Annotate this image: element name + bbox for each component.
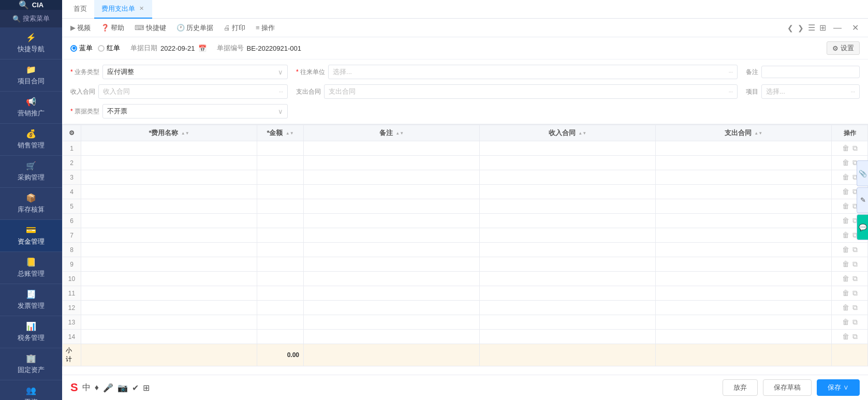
copy-icon[interactable]: ⧉ [852,274,858,283]
sidebar-item-purchase[interactable]: 🛒 采购管理 [0,156,62,188]
income-contract-cell[interactable] [480,156,656,170]
shortcut-btn[interactable]: ⌨ 快捷键 [133,22,168,34]
float-tab-message[interactable]: 💬 [857,214,868,240]
tab-home[interactable]: 首页 [66,0,94,19]
amount-cell[interactable] [257,243,304,257]
copy-icon[interactable]: ⧉ [852,332,858,341]
invoice-type-input[interactable]: 不开票 ∨ [102,104,288,118]
remark-cell[interactable] [304,199,480,214]
view-grid-btn[interactable]: ⊞ [819,23,826,33]
operations-btn[interactable]: ≡ 操作 [254,22,277,34]
nav-prev-btn[interactable]: ❮ [787,24,793,32]
amount-cell[interactable] [257,257,304,272]
delete-icon[interactable]: 🗑 [842,245,849,254]
remark-cell[interactable] [304,286,480,301]
copy-icon[interactable]: ⧉ [852,144,858,153]
remark-input[interactable] [761,66,860,78]
delete-icon[interactable]: 🗑 [842,274,849,283]
save-draft-button[interactable]: 保存草稿 [763,379,812,396]
income-contract-cell[interactable] [480,170,656,185]
history-btn[interactable]: 🕐 历史单据 [174,22,215,34]
sidebar-item-fixed-assets[interactable]: 🏢 固定资产 [0,348,62,380]
income-contract-input[interactable]: 收入合同 ··· [98,84,288,99]
delete-icon[interactable]: 🗑 [842,202,849,211]
discard-button[interactable]: 放弃 [723,379,758,396]
income-contract-cell[interactable] [480,315,656,330]
income-contract-cell[interactable] [480,330,656,344]
view-list-btn[interactable]: ☰ [808,23,815,33]
expense-name-cell[interactable] [81,199,257,214]
expense-name-cell[interactable] [81,286,257,301]
copy-icon[interactable]: ⧉ [852,245,858,254]
project-input[interactable]: 选择... ··· [761,84,860,99]
delete-icon[interactable]: 🗑 [842,231,849,240]
income-contract-cell[interactable] [480,301,656,315]
save-button[interactable]: 保存 ∨ [817,379,860,396]
expense-contract-cell[interactable] [656,141,832,156]
income-contract-cell[interactable] [480,286,656,301]
expense-contract-cell[interactable] [656,156,832,170]
delete-icon[interactable]: 🗑 [842,144,849,153]
partner-input[interactable]: 选择... ··· [328,65,738,79]
income-contract-cell[interactable] [480,228,656,243]
sidebar-search[interactable]: 🔍 搜索菜单 [0,10,62,27]
sidebar-item-invoice[interactable]: 🧾 发票管理 [0,284,62,316]
th-gear[interactable]: ⚙ [63,125,81,141]
remark-cell[interactable] [304,243,480,257]
red-bill-radio[interactable]: 红单 [98,43,120,53]
expense-name-cell[interactable] [81,315,257,330]
sidebar-item-fund[interactable]: 💳 资金管理 [0,220,62,252]
expense-name-cell[interactable] [81,141,257,156]
amount-cell[interactable] [257,228,304,243]
remark-cell[interactable] [304,330,480,344]
delete-icon[interactable]: 🗑 [842,260,849,269]
copy-icon[interactable]: ⧉ [852,303,858,312]
number-value[interactable]: BE-20220921-001 [247,45,302,52]
remark-cell[interactable] [304,185,480,199]
sidebar-item-tax[interactable]: 📊 税务管理 [0,316,62,348]
expense-name-cell[interactable] [81,257,257,272]
expense-name-cell[interactable] [81,272,257,286]
sidebar-item-payroll[interactable]: 👥 工资 [0,380,62,400]
delete-icon[interactable]: 🗑 [842,216,849,225]
expense-contract-cell[interactable] [656,272,832,286]
sort-arrows-expense[interactable]: ▲▼ [181,131,189,136]
copy-icon[interactable]: ⧉ [852,260,858,269]
sidebar-item-sales[interactable]: 💰 销售管理 [0,124,62,156]
tab-expense[interactable]: 费用支出单 ✕ [94,0,152,19]
expense-contract-cell[interactable] [656,214,832,228]
expense-contract-cell[interactable] [656,170,832,185]
sort-arrows-income[interactable]: ▲▼ [578,131,586,136]
sidebar-item-inventory[interactable]: 📦 库存核算 [0,188,62,220]
amount-cell[interactable] [257,272,304,286]
expense-contract-cell[interactable] [656,286,832,301]
remark-cell[interactable] [304,272,480,286]
expense-contract-cell[interactable] [656,301,832,315]
amount-cell[interactable] [257,286,304,301]
income-contract-cell[interactable] [480,141,656,156]
expense-contract-cell[interactable] [656,330,832,344]
expense-contract-cell[interactable] [656,185,832,199]
expense-name-cell[interactable] [81,156,257,170]
delete-icon[interactable]: 🗑 [842,318,849,327]
expense-contract-input[interactable]: 支出合同 ··· [324,84,738,99]
sidebar-item-quick-nav[interactable]: ⚡ 快捷导航 [0,27,62,60]
video-btn[interactable]: ▶ 视频 [68,22,93,34]
amount-cell[interactable] [257,185,304,199]
expense-name-cell[interactable] [81,228,257,243]
expense-name-cell[interactable] [81,301,257,315]
calendar-icon[interactable]: 📅 [198,45,207,52]
expense-contract-cell[interactable] [656,228,832,243]
amount-cell[interactable] [257,199,304,214]
float-tab-note[interactable]: ✎ [857,187,868,213]
expense-contract-cell[interactable] [656,257,832,272]
sort-arrows-remark[interactable]: ▲▼ [395,131,404,136]
income-contract-cell[interactable] [480,199,656,214]
delete-icon[interactable]: 🗑 [842,332,849,341]
expense-contract-cell[interactable] [656,199,832,214]
expense-name-cell[interactable] [81,330,257,344]
income-contract-cell[interactable] [480,214,656,228]
copy-icon[interactable]: ⧉ [852,289,858,298]
remark-cell[interactable] [304,156,480,170]
amount-cell[interactable] [257,156,304,170]
